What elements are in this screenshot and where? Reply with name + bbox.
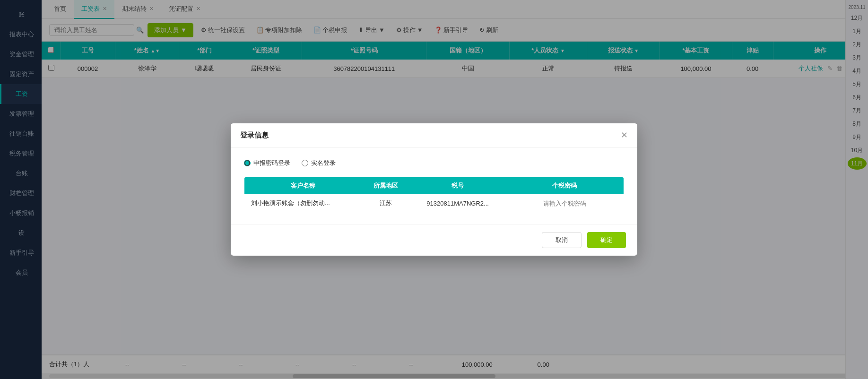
col-tax-password: 个税密码 [506,177,624,195]
dialog-overlay: 登录信息 ✕ 申报密码登录 实名登录 客户名称 所属地区 [0,0,868,379]
col-company-name: 客户名称 [244,177,362,195]
dialog-title: 登录信息 [240,131,269,140]
login-info-dialog: 登录信息 ✕ 申报密码登录 实名登录 客户名称 所属地区 [231,123,637,256]
col-region: 所属地区 [362,177,410,195]
radio-password-login[interactable]: 申报密码登录 [244,159,290,167]
dialog-header: 登录信息 ✕ [231,123,637,147]
tax-password-input[interactable] [512,200,617,207]
dialog-footer: 取消 确定 [231,224,637,256]
client-password-cell[interactable] [506,194,624,213]
client-table: 客户名称 所属地区 税号 个税密码 刘小艳演示账套（勿删勿动... 江苏 913… [244,177,624,213]
client-company-name: 刘小艳演示账套（勿删勿动... [244,194,362,213]
client-tax-number: 91320811MA7NGR2... [410,194,506,213]
radio-realname-input[interactable] [302,160,308,166]
col-tax-number: 税号 [410,177,506,195]
radio-realname-login[interactable]: 实名登录 [302,159,336,167]
cancel-button[interactable]: 取消 [542,232,582,248]
dialog-close-button[interactable]: ✕ [621,130,628,140]
client-table-row: 刘小艳演示账套（勿删勿动... 江苏 91320811MA7NGR2... [244,194,624,213]
confirm-button[interactable]: 确定 [587,232,626,248]
radio-password-input[interactable] [244,160,251,166]
client-region: 江苏 [362,194,410,213]
dialog-body: 申报密码登录 实名登录 客户名称 所属地区 税号 个税密码 [231,147,637,224]
login-type-radio-group: 申报密码登录 实名登录 [244,159,624,167]
